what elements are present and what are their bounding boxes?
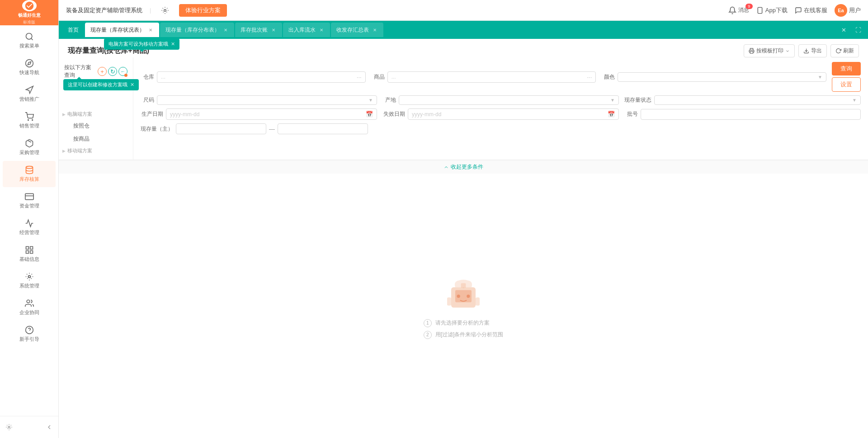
tab-batch-ledger[interactable]: 库存批次账 ✕ (235, 23, 282, 37)
tooltip1-close[interactable]: ✕ (171, 41, 175, 47)
color-arrow-icon: ▼ (818, 75, 822, 80)
print-icon (749, 48, 755, 54)
batch-no-text-input[interactable] (645, 111, 857, 118)
svg-point-25 (457, 294, 460, 297)
sidebar-logo: 畅通好生意 标准版 (0, 0, 58, 25)
tab-collect-summary[interactable]: 收发存汇总表 ✕ (331, 23, 383, 37)
refresh-btn[interactable]: 刷新 (830, 44, 859, 57)
goods-label: 商品 (371, 73, 385, 81)
tab-inventory-status-close[interactable]: ✕ (147, 27, 154, 33)
size-select[interactable]: ▼ (157, 95, 377, 105)
tab-inventory-status[interactable]: 现存量（库存状况表） ✕ (85, 23, 159, 37)
scheme-item-warehouse[interactable]: 按照仓 (66, 119, 133, 132)
stock-qty-max[interactable] (282, 126, 364, 132)
mobile-scheme-section[interactable]: ▶ 移动端方案 (59, 146, 133, 156)
goods-dots-icon: ··· (587, 74, 592, 80)
stock-qty-min-input[interactable] (176, 123, 266, 134)
color-field: 颜色 ▼ (601, 72, 826, 82)
online-support-item[interactable]: 在线客服 (795, 6, 827, 14)
production-date-label: 生产日期 (141, 110, 163, 118)
empty-steps: 1 请先选择要分析的方案 2 用[过滤]条件来缩小分析范围 (424, 319, 504, 339)
page-header: 现存量查询(按仓库+商品) 按模板打印 导出 刷新 (59, 39, 868, 57)
header-settings-btn[interactable] (158, 4, 172, 17)
goods-input[interactable]: ... ··· (387, 71, 596, 83)
svg-point-13 (28, 276, 30, 278)
refresh-scheme-btn[interactable]: ↻ (108, 67, 117, 76)
expiry-date-placeholder: yyyy-mm-dd (412, 111, 441, 118)
sidebar-item-search[interactable]: 搜索菜单 (3, 28, 56, 54)
color-select[interactable]: ▼ (618, 72, 826, 82)
collapse-arrow-icon (443, 165, 449, 170)
stock-qty-max-input[interactable] (278, 123, 368, 134)
tab-inout-flow-close[interactable]: ✕ (318, 27, 325, 33)
app-download-item[interactable]: App下载 (756, 6, 788, 14)
collapse-more-btn[interactable]: 收起更多条件 (59, 160, 868, 174)
color-label: 颜色 (601, 73, 615, 81)
search-btn[interactable]: 查询 (832, 62, 861, 75)
tab-inventory-dist[interactable]: 现存量（库存分布表） ✕ (160, 23, 234, 37)
collapse-sidebar-btn[interactable] (43, 421, 56, 433)
empty-state: 1 请先选择要分析的方案 2 用[过滤]条件来缩小分析范围 (59, 174, 868, 438)
expiry-date-input[interactable]: yyyy-mm-dd 📅 (408, 108, 619, 120)
stock-state-field: 现存量状态 ▼ (624, 95, 861, 105)
tab-inventory-dist-close[interactable]: ✕ (222, 27, 229, 33)
size-label: 尺码 (141, 96, 154, 104)
add-scheme-btn[interactable]: + (98, 67, 107, 76)
tab-fullscreen-btn[interactable]: ⛶ (852, 24, 864, 36)
sidebar-item-enterprise[interactable]: 企业协同 (3, 294, 56, 320)
tooltip2-close[interactable]: ✕ (130, 82, 134, 88)
tab-inout-flow[interactable]: 出入库流水 ✕ (283, 23, 330, 37)
scheme-goods-label: 按商品 (73, 135, 90, 143)
avatar: Ea (835, 4, 847, 17)
sidebar-item-basics[interactable]: 基础信息 (3, 241, 56, 267)
step2-text: 用[过滤]条件来缩小分析范围 (435, 331, 504, 339)
settings-footer-btn[interactable] (3, 421, 15, 433)
sidebar-item-purchase[interactable]: 采购管理 (3, 134, 56, 160)
sidebar-item-marketing[interactable]: 营销推广 (3, 81, 56, 107)
tab-collect-summary-close[interactable]: ✕ (372, 27, 378, 33)
tab-close-all-btn[interactable]: ✕ (837, 24, 850, 36)
header: 装备及固定资产辅助管理系统 | 体验行业方案 9 消息 App下载 在线客服 E… (59, 0, 868, 21)
desktop-scheme-items: 按照仓 按商品 (59, 119, 133, 146)
filter-container: 按以下方案查询 + ↻ ← 电脑方案可设为移动方案哦 ✕ 这 (59, 57, 868, 160)
origin-select[interactable]: ▼ (399, 95, 619, 105)
sidebar-item-operations[interactable]: 经营管理 (3, 214, 56, 240)
export-btn[interactable]: 导出 (798, 44, 827, 57)
notification-badge: 9 (745, 4, 753, 9)
sidebar-item-quick-nav[interactable]: 快速导航 (3, 54, 56, 80)
desktop-scheme-section[interactable]: ▶ 电脑端方案 (59, 109, 133, 119)
tab-batch-ledger-close[interactable]: ✕ (270, 27, 277, 33)
sidebar: 畅通好生意 标准版 搜索菜单 快速导航 营销推广 销售管理 采购管理 (0, 0, 59, 438)
export-label: 导出 (811, 47, 822, 55)
production-date-input[interactable]: yyyy-mm-dd 📅 (166, 108, 377, 120)
warehouse-input[interactable]: ... ··· (157, 71, 366, 83)
svg-rect-8 (26, 247, 28, 250)
empty-step2: 2 用[过滤]条件来缩小分析范围 (424, 331, 504, 339)
filter-row2: 尺码 ▼ 产地 ▼ 现存量状态 (141, 95, 861, 105)
sidebar-item-guide[interactable]: 新手引导 (3, 321, 56, 347)
print-btn[interactable]: 按模板打印 (744, 44, 795, 57)
batch-no-input[interactable] (641, 109, 861, 120)
sidebar-item-finance[interactable]: 资金管理 (3, 188, 56, 214)
user-item[interactable]: Ea 用户 (835, 4, 861, 17)
tab-home[interactable]: 首页 (62, 23, 84, 37)
sidebar-item-system[interactable]: 系统管理 (3, 268, 56, 294)
goods-field: 商品 ... ··· (371, 71, 596, 83)
stock-state-select[interactable]: ▼ (654, 95, 861, 105)
sidebar-item-sales[interactable]: 销售管理 (3, 108, 56, 134)
sidebar-item-inventory[interactable]: 库存核算 (3, 161, 56, 187)
production-date-field: 生产日期 yyyy-mm-dd 📅 (141, 108, 377, 120)
tab-inventory-status-label: 现存量（库存状况表） (90, 26, 145, 34)
batch-no-label: 批号 (624, 110, 638, 118)
notification-item[interactable]: 9 消息 (728, 6, 749, 14)
setup-btn[interactable]: 设置 (832, 77, 861, 92)
tab-collect-summary-label: 收发存汇总表 (336, 26, 369, 34)
highlight-dot (124, 74, 127, 77)
stock-qty-label: 现存量（主） (141, 125, 173, 133)
refresh-icon (835, 48, 841, 54)
svg-point-3 (28, 120, 28, 121)
industry-btn[interactable]: 体验行业方案 (179, 4, 227, 17)
page-actions: 按模板打印 导出 刷新 (744, 44, 859, 57)
scheme-item-goods[interactable]: 按商品 (66, 132, 133, 146)
stock-qty-min[interactable] (180, 126, 262, 132)
